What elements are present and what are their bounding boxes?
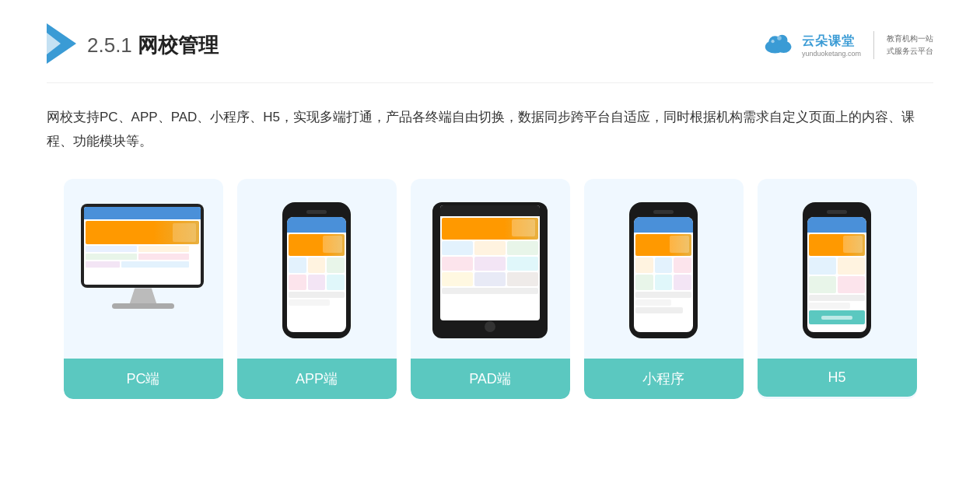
brand-slogan: 教育机构一站 式服务云平台	[887, 33, 933, 58]
brand-text: 云朵课堂 yunduoketang.com	[802, 33, 861, 58]
description-text: 网校支持PC、APP、PAD、小程序、H5，实现多端打通，产品各终端自由切换，数…	[47, 105, 933, 154]
brand-divider	[873, 31, 874, 59]
svg-point-7	[777, 36, 782, 40]
header-left: 2.5.1 网校管理	[47, 23, 219, 67]
card-h5-image	[770, 194, 905, 346]
card-app-label: APP端	[237, 359, 397, 399]
logo-icon	[47, 23, 76, 67]
card-h5: H5	[758, 179, 917, 399]
card-pc-label: PC端	[64, 359, 223, 399]
card-pad: PAD端	[411, 179, 570, 399]
card-miniapp: 小程序	[584, 179, 744, 399]
header: 2.5.1 网校管理 云朵课堂	[47, 23, 933, 83]
brand-cloud-icon	[763, 30, 796, 60]
card-pc: PC端	[64, 179, 223, 399]
card-pad-image	[423, 194, 558, 346]
card-h5-label: H5	[758, 359, 917, 397]
card-app: APP端	[237, 179, 397, 399]
cards-container: PC端	[47, 179, 933, 399]
page-title: 2.5.1 网校管理	[87, 32, 219, 59]
card-miniapp-label: 小程序	[584, 359, 744, 399]
svg-point-6	[771, 40, 774, 43]
card-miniapp-image	[597, 194, 731, 346]
page-container: 2.5.1 网校管理 云朵课堂	[0, 0, 980, 490]
card-pc-image	[76, 194, 211, 346]
card-pad-label: PAD端	[411, 359, 570, 399]
card-app-image	[250, 194, 384, 346]
brand-logo: 云朵课堂 yunduoketang.com 教育机构一站 式服务云平台	[763, 30, 933, 60]
